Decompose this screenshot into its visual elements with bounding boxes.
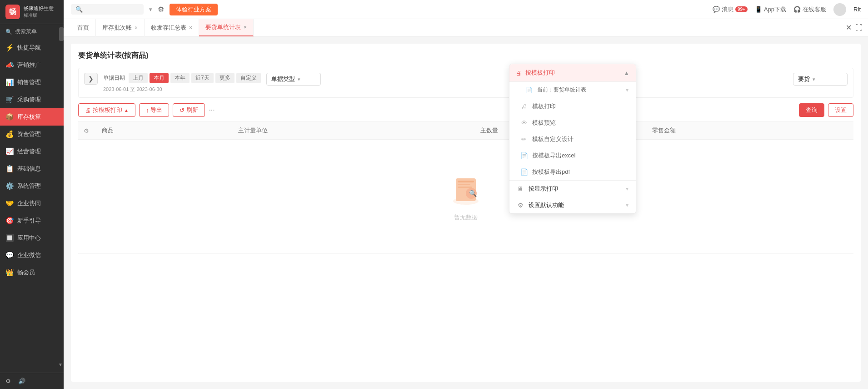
dropdown-item-default-func[interactable]: ⚙ 设置默认功能 ▾ [509, 197, 636, 213]
dropdown-item-preview[interactable]: 👁 模板预览 [509, 115, 636, 131]
sidebar-item-operation[interactable]: 📈 经营管理 [0, 143, 64, 160]
date-btn-more[interactable]: 更多 [215, 73, 234, 83]
default-func-icon: ⚙ [517, 202, 524, 209]
settings-button[interactable]: 设置 [828, 103, 853, 117]
quick-nav-icon: ⚡ [5, 44, 14, 52]
empty-text: 暂无数据 [454, 213, 478, 222]
query-button[interactable]: 查询 [799, 103, 824, 117]
message-icon: 💬 [713, 6, 720, 13]
sidebar-item-finance[interactable]: 💰 资金管理 [0, 126, 64, 143]
sidebar-item-quick-nav[interactable]: ⚡ 快捷导航 [0, 39, 64, 56]
sidebar-item-basic[interactable]: 📋 基础信息 [0, 160, 64, 177]
filter-collapse-button[interactable]: ❯ [84, 73, 98, 85]
tabs-bar-right: ✕ ⛶ [846, 23, 868, 32]
more-options-icon[interactable]: ··· [209, 106, 215, 114]
tab-label: 收发存汇总表 [151, 24, 186, 32]
dropdown-item-export-excel[interactable]: 📄 按模板导出excel [509, 147, 636, 164]
sidebar: 畅 畅康通好生意 标准版 🔍 搜索菜单 ⚡ 快捷导航 📣 营销推广 📊 销售管理… [0, 0, 64, 389]
date-btn-last-month[interactable]: 上月 [129, 73, 148, 83]
content-area: 要货单统计表(按商品) ❯ 单据日期 上月 本月 本年 近7天 更多 自定义 2… [64, 36, 868, 389]
date-filter-group: 单据日期 上月 本月 本年 近7天 更多 自定义 2023-06-01 至 20… [103, 73, 261, 93]
app-download-button[interactable]: 📱 App下载 [755, 5, 786, 14]
sidebar-nav: ⚡ 快捷导航 📣 营销推广 📊 销售管理 🛒 采购管理 📦 库存核算 💰 资金管… [0, 39, 64, 373]
sidebar-item-purchase[interactable]: 🛒 采购管理 [0, 91, 64, 108]
pdf-item-icon: 📄 [520, 168, 528, 176]
top-search-box[interactable]: 🔍 [71, 4, 144, 15]
dropdown-item-export-pdf[interactable]: 📄 按模板导出pdf [509, 164, 636, 180]
date-range-display: 2023-06-01 至 2023-06-30 [103, 86, 261, 93]
filter-bar: ❯ 单据日期 上月 本月 本年 近7天 更多 自定义 2023-06-01 至 … [78, 68, 853, 98]
sidebar-item-label: 企业协同 [17, 199, 41, 207]
tab-close-stock-summary[interactable]: × [189, 25, 192, 31]
tabs-bar: 首页 库存批次账 × 收发存汇总表 × 要货单统计表 × ✕ ⛶ [64, 19, 868, 36]
headset-icon: 🎧 [793, 6, 801, 13]
top-bar: 🔍 ▾ ⚙ 体验行业方案 💬 消息 99+ 📱 App下载 🎧 在线客服 Rit [64, 0, 868, 19]
sidebar-item-label: 快捷导航 [17, 44, 41, 52]
yaohuodan-chevron-icon: ▾ [813, 76, 815, 82]
window-close-icon[interactable]: ✕ [846, 23, 852, 32]
main-area: 🔍 ▾ ⚙ 体验行业方案 💬 消息 99+ 📱 App下载 🎧 在线客服 Rit [64, 0, 868, 389]
window-maximize-icon[interactable]: ⛶ [855, 24, 863, 32]
sidebar-scroll-thumb [59, 27, 64, 41]
search-icon: 🔍 [5, 29, 12, 35]
settings-gear-icon[interactable]: ⚙ [158, 5, 164, 14]
sidebar-item-label: 基础信息 [17, 165, 41, 173]
table-settings-icon[interactable]: ⚙ [84, 127, 89, 134]
tab-stock-summary[interactable]: 收发存汇总表 × [145, 19, 199, 36]
date-btn-this-month[interactable]: 本月 [150, 73, 169, 83]
empty-icon: 🔍 [443, 172, 489, 208]
svg-text:🔍: 🔍 [469, 190, 477, 197]
print-template-button[interactable]: 🖨 按模板打印 ▲ [78, 103, 135, 117]
settings-bottom-icon[interactable]: ⚙ [5, 378, 11, 384]
export-icon: ↑ [146, 107, 149, 114]
sidebar-search-menu[interactable]: 🔍 搜索菜单 [0, 24, 64, 39]
yaohuodan-select[interactable]: 要货 ▾ [793, 73, 848, 86]
tab-inventory-batch[interactable]: 库存批次账 × [96, 19, 145, 36]
table-toolbar: 🖨 按模板打印 ▲ ↑ 导出 ↺ 刷新 ··· 查询 设置 [78, 103, 853, 117]
sidebar-item-collab[interactable]: 🤝 企业协同 [0, 195, 64, 212]
top-bar-right: 💬 消息 99+ 📱 App下载 🎧 在线客服 Rit [713, 3, 861, 16]
export-button[interactable]: ↑ 导出 [139, 103, 170, 117]
app-logo-icon: 畅 [5, 5, 20, 19]
dropdown-close-icon[interactable]: ▲ [624, 70, 629, 76]
user-avatar[interactable] [833, 3, 846, 16]
sidebar-item-guide[interactable]: 🎯 新手引导 [0, 212, 64, 229]
dropdown-current-template[interactable]: 📄 当前：要货单统计表 ▾ [509, 82, 636, 98]
dropdown-item-display-print[interactable]: 🖥 按显示打印 ▾ [509, 181, 636, 197]
sidebar-item-sales[interactable]: 📊 销售管理 [0, 74, 64, 91]
tab-home-label: 首页 [77, 24, 89, 32]
sidebar-item-label: 新手引导 [17, 217, 41, 225]
dropdown-item-print[interactable]: 🖨 模板打印 [509, 98, 636, 115]
tab-order-stats[interactable]: 要货单统计表 × [199, 19, 254, 36]
tab-home[interactable]: 首页 [71, 19, 96, 36]
date-btn-this-year[interactable]: 本年 [170, 73, 190, 83]
sidebar-item-inventory[interactable]: 📦 库存核算 [0, 108, 64, 126]
promo-button[interactable]: 体验行业方案 [170, 4, 218, 15]
sidebar-item-system[interactable]: ⚙️ 系统管理 [0, 177, 64, 195]
col-product: 商品 [96, 122, 233, 140]
order-type-select[interactable]: 单据类型 ▾ [266, 73, 321, 86]
sidebar-item-appstore[interactable]: 🔲 应用中心 [0, 229, 64, 247]
sidebar-item-wechat[interactable]: 💬 企业微信 [0, 247, 64, 264]
page-card: 要货单统计表(按商品) ❯ 单据日期 上月 本月 本年 近7天 更多 自定义 2… [71, 44, 861, 382]
online-service-button[interactable]: 🎧 在线客服 [793, 5, 826, 14]
sound-icon[interactable]: 🔊 [18, 378, 25, 384]
messages-button[interactable]: 💬 消息 99+ [713, 5, 748, 14]
top-search-dropdown[interactable]: ▾ [149, 6, 152, 13]
dropdown-item-design[interactable]: ✏ 模板自定义设计 [509, 131, 636, 147]
sidebar-item-member[interactable]: 👑 畅会员 [0, 264, 64, 281]
tab-close-inventory-batch[interactable]: × [135, 25, 138, 31]
app-logo-text: 畅康通好生意 标准版 [24, 5, 54, 18]
appstore-icon: 🔲 [5, 234, 14, 242]
date-btn-7days[interactable]: 近7天 [191, 73, 214, 83]
wechat-icon: 💬 [5, 251, 14, 259]
sidebar-scroll-down[interactable]: ▼ [58, 362, 63, 367]
sidebar-item-label: 畅会员 [17, 268, 35, 277]
display-print-icon: 🖥 [517, 185, 524, 192]
tab-close-order-stats[interactable]: × [244, 24, 247, 30]
date-btn-custom[interactable]: 自定义 [236, 73, 261, 83]
sidebar-item-marketing[interactable]: 📣 营销推广 [0, 56, 64, 74]
refresh-button[interactable]: ↺ 刷新 [173, 103, 205, 117]
sidebar-item-label: 系统管理 [17, 182, 41, 190]
search-input[interactable] [85, 6, 131, 13]
